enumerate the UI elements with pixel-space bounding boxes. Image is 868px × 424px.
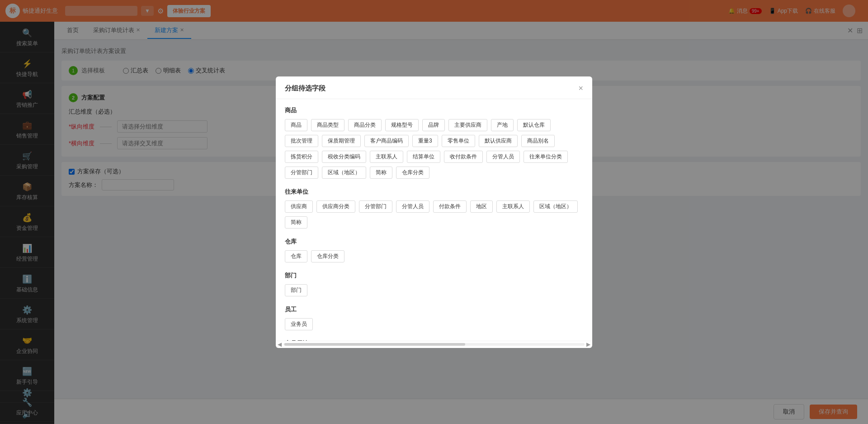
section-title-4: 员工 bbox=[285, 305, 583, 314]
field-tag-0-11[interactable]: 重量3 bbox=[412, 135, 438, 147]
modal-close-button[interactable]: × bbox=[578, 84, 583, 93]
field-tag-0-16[interactable]: 税收分类编码 bbox=[322, 151, 366, 163]
field-tag-0-9[interactable]: 保质期管理 bbox=[322, 135, 361, 147]
field-tag-0-25[interactable]: 仓库分类 bbox=[396, 167, 429, 179]
field-tag-0-2[interactable]: 商品分类 bbox=[348, 119, 382, 131]
field-tag-0-8[interactable]: 批次管理 bbox=[285, 135, 318, 147]
field-tag-0-3[interactable]: 规格型号 bbox=[385, 119, 419, 131]
section-title-3: 部门 bbox=[285, 272, 583, 280]
modal-section-4: 员工业务员 bbox=[285, 305, 583, 330]
field-tag-0-19[interactable]: 收付款条件 bbox=[444, 151, 483, 163]
field-tag-2-0[interactable]: 仓库 bbox=[285, 250, 307, 262]
field-tags-2: 仓库仓库分类 bbox=[285, 250, 583, 262]
field-tag-1-7[interactable]: 区域（地区） bbox=[533, 200, 578, 213]
field-tag-3-0[interactable]: 部门 bbox=[285, 284, 307, 296]
field-tag-0-21[interactable]: 往来单位分类 bbox=[524, 151, 568, 163]
field-tag-2-1[interactable]: 仓库分类 bbox=[311, 250, 344, 262]
field-tag-0-14[interactable]: 商品别名 bbox=[521, 135, 555, 147]
field-tag-0-7[interactable]: 默认仓库 bbox=[517, 119, 551, 131]
field-tag-1-6[interactable]: 主联系人 bbox=[496, 200, 530, 213]
field-tag-0-13[interactable]: 默认供应商 bbox=[479, 135, 518, 147]
modal-section-3: 部门部门 bbox=[285, 272, 583, 296]
field-tag-0-0[interactable]: 商品 bbox=[285, 119, 307, 131]
field-tag-4-0[interactable]: 业务员 bbox=[285, 318, 313, 330]
field-tag-0-17[interactable]: 主联系人 bbox=[370, 151, 403, 163]
field-tag-0-6[interactable]: 产地 bbox=[491, 119, 514, 131]
field-tag-1-4[interactable]: 付款条件 bbox=[433, 200, 467, 213]
modal: 分组待选字段 × 商品商品商品类型商品分类规格型号品牌主要供应商产地默认仓库批次… bbox=[276, 76, 592, 348]
field-tag-1-5[interactable]: 地区 bbox=[470, 200, 493, 213]
scroll-right-arrow[interactable]: ▶ bbox=[585, 341, 590, 348]
field-tag-0-23[interactable]: 区域（地区） bbox=[322, 167, 366, 179]
section-title-0: 商品 bbox=[285, 106, 583, 114]
field-tags-0: 商品商品类型商品分类规格型号品牌主要供应商产地默认仓库批次管理保质期管理客户商品… bbox=[285, 119, 583, 179]
field-tags-4: 业务员 bbox=[285, 318, 583, 330]
modal-section-0: 商品商品商品类型商品分类规格型号品牌主要供应商产地默认仓库批次管理保质期管理客户… bbox=[285, 106, 583, 179]
field-tag-0-5[interactable]: 主要供应商 bbox=[448, 119, 487, 131]
modal-header: 分组待选字段 × bbox=[276, 76, 592, 99]
field-tag-0-15[interactable]: 拣货积分 bbox=[285, 151, 318, 163]
field-tag-1-1[interactable]: 供应商分类 bbox=[316, 200, 355, 213]
field-tag-1-0[interactable]: 供应商 bbox=[285, 200, 313, 213]
horizontal-scrollbar[interactable] bbox=[283, 343, 585, 346]
modal-section-1: 往来单位供应商供应商分类分管部门分管人员付款条件地区主联系人区域（地区）简称 bbox=[285, 188, 583, 229]
field-tag-0-10[interactable]: 客户商品编码 bbox=[364, 135, 409, 147]
field-tag-0-18[interactable]: 结算单位 bbox=[407, 151, 440, 163]
field-tag-0-12[interactable]: 零售单位 bbox=[442, 135, 475, 147]
modal-scrollbar-area: ◀ ▶ bbox=[276, 341, 592, 348]
field-tag-1-2[interactable]: 分管部门 bbox=[359, 200, 392, 213]
section-title-2: 仓库 bbox=[285, 238, 583, 246]
field-tag-0-1[interactable]: 商品类型 bbox=[311, 119, 344, 131]
field-tags-1: 供应商供应商分类分管部门分管人员付款条件地区主联系人区域（地区）简称 bbox=[285, 200, 583, 229]
field-tag-0-4[interactable]: 品牌 bbox=[422, 119, 445, 131]
section-title-1: 往来单位 bbox=[285, 188, 583, 196]
scroll-left-arrow[interactable]: ◀ bbox=[278, 341, 283, 348]
modal-title: 分组待选字段 bbox=[285, 84, 326, 93]
field-tag-0-20[interactable]: 分管人员 bbox=[486, 151, 520, 163]
modal-body[interactable]: 商品商品商品类型商品分类规格型号品牌主要供应商产地默认仓库批次管理保质期管理客户… bbox=[276, 99, 592, 341]
field-tag-1-8[interactable]: 简称 bbox=[285, 216, 307, 229]
modal-section-2: 仓库仓库仓库分类 bbox=[285, 238, 583, 262]
field-tag-0-24[interactable]: 简称 bbox=[370, 167, 392, 179]
scrollbar-thumb bbox=[284, 343, 465, 346]
field-tags-3: 部门 bbox=[285, 284, 583, 296]
field-tag-0-22[interactable]: 分管部门 bbox=[285, 167, 318, 179]
field-tag-1-3[interactable]: 分管人员 bbox=[396, 200, 429, 213]
